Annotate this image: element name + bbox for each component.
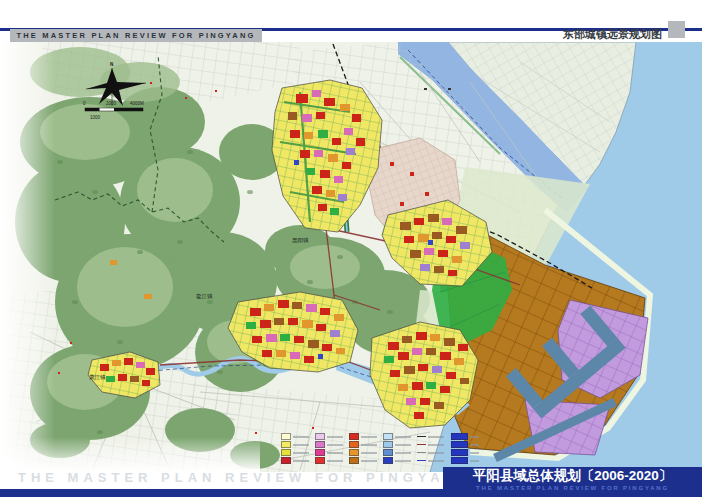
legend-column bbox=[281, 434, 309, 468]
legend-label-bar bbox=[361, 444, 377, 446]
legend-chip bbox=[315, 433, 325, 440]
legend-chip bbox=[281, 441, 291, 448]
legend-line-symbol bbox=[417, 436, 426, 438]
legend-line-symbol bbox=[417, 460, 426, 462]
legend-wide-chip bbox=[451, 449, 468, 456]
master-plan-map: N 0 2000 4000M 1000 昆阳镇 鳌江镇 萧江镇 bbox=[0, 42, 702, 472]
scale-tick-2000: 2000 bbox=[106, 101, 117, 106]
legend-label-bar bbox=[428, 460, 444, 462]
legend-column bbox=[383, 434, 411, 468]
legend-column-symbols bbox=[417, 434, 445, 468]
legend-chip bbox=[349, 457, 359, 464]
legend-label-bar bbox=[428, 436, 444, 438]
legend-label-bar bbox=[470, 460, 479, 462]
bottom-edge-fade bbox=[0, 437, 260, 472]
scale-tick-4000: 4000M bbox=[130, 101, 144, 106]
legend-label-bar bbox=[293, 460, 309, 462]
legend-chip bbox=[349, 441, 359, 448]
legend-chip bbox=[281, 457, 291, 464]
legend-label-bar bbox=[470, 452, 479, 454]
legend-chip bbox=[315, 449, 325, 456]
legend-chip bbox=[281, 449, 291, 456]
legend-label-bar bbox=[470, 444, 479, 446]
left-edge-fade bbox=[0, 42, 55, 472]
legend-label-bar bbox=[428, 444, 444, 446]
legend-column bbox=[349, 434, 377, 468]
plan-title-english: THE MASTER PLAN REVIEW FOR PINGYANG bbox=[443, 484, 702, 492]
compass-north-label: N bbox=[110, 62, 113, 67]
legend-chip bbox=[383, 449, 393, 456]
legend-line-symbol bbox=[417, 444, 426, 446]
legend-wide-chip bbox=[451, 441, 468, 448]
legend-label-bar bbox=[470, 436, 479, 438]
map-legend bbox=[281, 434, 477, 468]
legend-label-bar bbox=[293, 452, 309, 454]
scale-tick-1000: 1000 bbox=[90, 115, 101, 120]
legend-label-bar bbox=[395, 444, 411, 446]
legend-chip bbox=[383, 433, 393, 440]
town-label-kunyang: 昆阳镇 bbox=[292, 237, 309, 244]
watermark-text: THE MASTER PLAN REVIEW FOR PINGYANG bbox=[18, 470, 474, 485]
legend-wide-chip bbox=[451, 433, 468, 440]
legend-line-symbol bbox=[417, 452, 426, 454]
legend-label-bar bbox=[395, 436, 411, 438]
plan-sheet: THE MASTER PLAN REVIEW FOR PINGYANG 东部城镇… bbox=[0, 0, 702, 500]
town-label-xiaojiang: 萧江镇 bbox=[89, 374, 106, 381]
top-title-bar: THE MASTER PLAN REVIEW FOR PINGYANG bbox=[10, 29, 262, 43]
legend-column bbox=[315, 434, 343, 468]
legend-label-bar bbox=[428, 452, 444, 454]
legend-chip bbox=[315, 457, 325, 464]
title-block: 平阳县域总体规划〔2006-2020〕 THE MASTER PLAN REVI… bbox=[443, 467, 702, 497]
legend-label-bar bbox=[327, 436, 343, 438]
legend-label-bar bbox=[361, 436, 377, 438]
legend-label-bar bbox=[361, 460, 377, 462]
legend-label-bar bbox=[395, 460, 411, 462]
legend-column-blue bbox=[451, 434, 477, 468]
legend-chip bbox=[315, 441, 325, 448]
legend-label-bar bbox=[395, 452, 411, 454]
map-sheet-name: 东部城镇远景规划图 bbox=[563, 27, 662, 42]
legend-chip bbox=[349, 433, 359, 440]
legend-label-bar bbox=[293, 444, 309, 446]
legend-chip bbox=[349, 449, 359, 456]
legend-label-bar bbox=[327, 444, 343, 446]
sheet-number-square bbox=[668, 21, 685, 38]
legend-label-bar bbox=[293, 436, 309, 438]
legend-chip bbox=[383, 457, 393, 464]
town-label-aojiang: 鳌江镇 bbox=[196, 293, 213, 300]
legend-chip bbox=[281, 433, 291, 440]
legend-label-bar bbox=[327, 460, 343, 462]
plan-title-chinese: 平阳县域总体规划〔2006-2020〕 bbox=[443, 467, 702, 484]
legend-label-bar bbox=[361, 452, 377, 454]
legend-label-bar bbox=[327, 452, 343, 454]
legend-chip bbox=[383, 441, 393, 448]
legend-wide-chip bbox=[451, 457, 468, 464]
